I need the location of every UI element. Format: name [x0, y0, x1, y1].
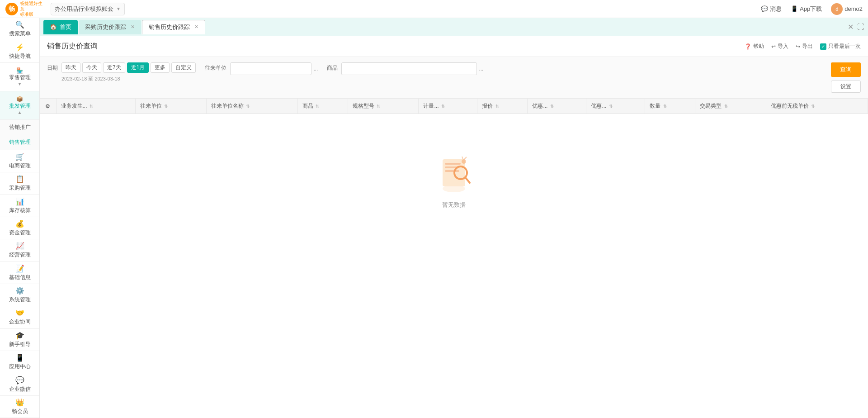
- sidebar-item-shortcuts[interactable]: ⚡ 快捷导航: [0, 40, 39, 62]
- th-spec[interactable]: 规格型号 ⇅: [348, 99, 419, 114]
- close-icon[interactable]: ✕: [194, 24, 198, 30]
- inventory-icon: 📊: [15, 197, 24, 206]
- sidebar-item-marketing[interactable]: 营销推广: [0, 120, 39, 135]
- only-last-label: 只看最后一次: [828, 43, 861, 50]
- svg-rect-4: [445, 170, 459, 172]
- shortcuts-icon: ⚡: [15, 43, 24, 52]
- sidebar-item-label: 采购管理: [9, 184, 31, 192]
- sidebar-item-label: 基础信息: [9, 274, 31, 281]
- only-last-checkbox[interactable]: ✓ 只看最后一次: [820, 43, 861, 50]
- sidebar-item-basic[interactable]: 📝 基础信息: [0, 262, 39, 284]
- partner-dots[interactable]: ...: [313, 66, 318, 72]
- partner-input[interactable]: [230, 62, 311, 75]
- th-discount1[interactable]: 优惠... ⇅: [528, 99, 586, 114]
- th-settings[interactable]: ⚙: [40, 99, 56, 114]
- member-icon: 👑: [15, 398, 24, 407]
- th-unit[interactable]: 计量... ⇅: [419, 99, 477, 114]
- sidebar-item-newbie[interactable]: 🎓 新手引导: [0, 329, 39, 351]
- help-button[interactable]: ❓ 帮助: [745, 43, 764, 50]
- import-label: 导入: [778, 43, 788, 50]
- export-label: 导出: [802, 43, 813, 50]
- query-button[interactable]: 查询: [831, 62, 861, 77]
- sidebar-item-ecommerce[interactable]: 🛒 电商管理: [0, 150, 39, 172]
- sidebar-item-retail[interactable]: 🏪 零售管理 ▼: [0, 63, 39, 91]
- apps-icon: 📱: [15, 353, 24, 362]
- sidebar-item-sales[interactable]: 销售管理: [0, 135, 39, 150]
- top-right: 💬 消息 📱 App下载 d demo2: [761, 3, 863, 15]
- help-label: 帮助: [753, 43, 764, 50]
- ecommerce-icon: 🛒: [15, 152, 24, 161]
- tab-sales-history[interactable]: 销售历史价跟踪 ✕: [142, 20, 205, 34]
- import-button[interactable]: ↩ 导入: [771, 43, 788, 50]
- chevron-down-icon: ▼: [116, 6, 121, 11]
- th-trade-type[interactable]: 交易类型 ⇅: [695, 99, 766, 114]
- sidebar-item-label: 快捷导航: [9, 52, 31, 60]
- sidebar-item-label: 批发管理: [9, 102, 31, 110]
- sidebar-item-label: 电商管理: [9, 162, 31, 170]
- app-download-button[interactable]: 📱 App下载: [791, 5, 822, 13]
- purchase-icon: 📋: [15, 175, 24, 183]
- close-window-icon[interactable]: ✕: [848, 23, 854, 31]
- empty-icon: [431, 150, 476, 195]
- wechat-icon: 💬: [15, 376, 24, 385]
- sidebar-item-operations[interactable]: 📈 经营管理: [0, 239, 39, 261]
- table-container: ⚙ 业务发生... ⇅ 往来单位 ⇅ 往来单位名称 ⇅ 商品 ⇅ 规格型号 ⇅ …: [40, 99, 868, 245]
- th-pretax-price[interactable]: 优惠前无税单价 ⇅: [766, 99, 868, 114]
- message-button[interactable]: 💬 消息: [761, 5, 782, 13]
- settings-button[interactable]: 设置: [831, 81, 861, 93]
- tab-purchase-history[interactable]: 采购历史价跟踪 ✕: [79, 20, 141, 34]
- th-partner-code[interactable]: 往来单位 ⇅: [136, 99, 207, 114]
- th-biz-date[interactable]: 业务发生... ⇅: [56, 99, 136, 114]
- sidebar-item-enterprise[interactable]: 🤝 企业协同: [0, 306, 39, 328]
- th-quantity[interactable]: 数量 ⇅: [645, 99, 695, 114]
- goods-input-group: ...: [341, 62, 483, 75]
- sidebar-item-purchase[interactable]: 📋 采购管理: [0, 172, 39, 195]
- partner-input-group: ...: [230, 62, 318, 75]
- maximize-icon[interactable]: ⛶: [857, 23, 864, 31]
- goods-input[interactable]: [341, 62, 477, 75]
- download-icon: 📱: [791, 5, 798, 12]
- tab-home[interactable]: 🏠 首页: [43, 20, 78, 34]
- sidebar-item-member[interactable]: 👑 畅会员: [0, 396, 39, 418]
- import-icon: ↩: [771, 43, 776, 50]
- basic-icon: 📝: [15, 264, 24, 273]
- date-btn-1month[interactable]: 近1月: [127, 62, 149, 73]
- search-icon: 🔍: [15, 20, 24, 29]
- th-quoted-price[interactable]: 报价 ⇅: [477, 99, 528, 114]
- th-goods[interactable]: 商品 ⇅: [297, 99, 348, 114]
- enterprise-icon: 🤝: [15, 309, 24, 317]
- sidebar-item-search[interactable]: 🔍 搜索菜单: [0, 18, 39, 40]
- logo-icon: 畅: [5, 3, 18, 15]
- export-button[interactable]: ↪ 导出: [796, 43, 813, 50]
- th-discount2[interactable]: 优惠... ⇅: [586, 99, 645, 114]
- sidebar-item-wholesale[interactable]: 📦 批发管理 ▲: [0, 91, 39, 120]
- sidebar-item-finance[interactable]: 💰 资金管理: [0, 217, 39, 239]
- svg-point-7: [462, 159, 466, 164]
- user-menu[interactable]: d demo2: [831, 3, 863, 15]
- top-bar: 畅 畅捷通好生意标准版 办公用品行业模拟账套 ▼ 💬 消息 📱 App下载 d …: [0, 0, 868, 18]
- sidebar-item-inventory[interactable]: 📊 库存核算: [0, 195, 39, 217]
- th-partner-name[interactable]: 往来单位名称 ⇅: [206, 99, 297, 114]
- tab-actions: ✕ ⛶: [848, 23, 864, 31]
- date-btn-yesterday[interactable]: 昨天: [61, 62, 80, 73]
- empty-text: 暂无数据: [442, 201, 466, 209]
- date-btn-today[interactable]: 今天: [82, 62, 101, 73]
- page-header: 销售历史价查询 ❓ 帮助 ↩ 导入 ↪ 导出 ✓: [40, 36, 868, 57]
- logo-text: 畅捷通好生意标准版: [20, 1, 45, 17]
- sidebar-item-wechat[interactable]: 💬 企业微信: [0, 373, 39, 395]
- sidebar-sub-item-label: 销售管理: [9, 138, 31, 146]
- goods-filter-label: 商品: [327, 62, 338, 72]
- app-selector[interactable]: 办公用品行业模拟账套 ▼: [51, 3, 125, 15]
- sidebar-item-label: 畅会员: [12, 408, 28, 415]
- goods-dots[interactable]: ...: [479, 66, 483, 72]
- date-btn-custom[interactable]: 自定义: [171, 62, 196, 73]
- date-btn-7days[interactable]: 近7天: [103, 62, 125, 73]
- sidebar-item-label: 新手引导: [9, 341, 31, 348]
- wholesale-submenu: 营销推广 销售管理: [0, 120, 39, 150]
- sidebar-item-apps[interactable]: 📱 应用中心: [0, 351, 39, 373]
- app-download-label: App下载: [800, 5, 822, 13]
- message-icon: 💬: [761, 5, 768, 12]
- close-icon[interactable]: ✕: [131, 24, 135, 30]
- sidebar-item-system[interactable]: ⚙️ 系统管理: [0, 284, 39, 306]
- date-btn-more[interactable]: 更多: [151, 62, 170, 73]
